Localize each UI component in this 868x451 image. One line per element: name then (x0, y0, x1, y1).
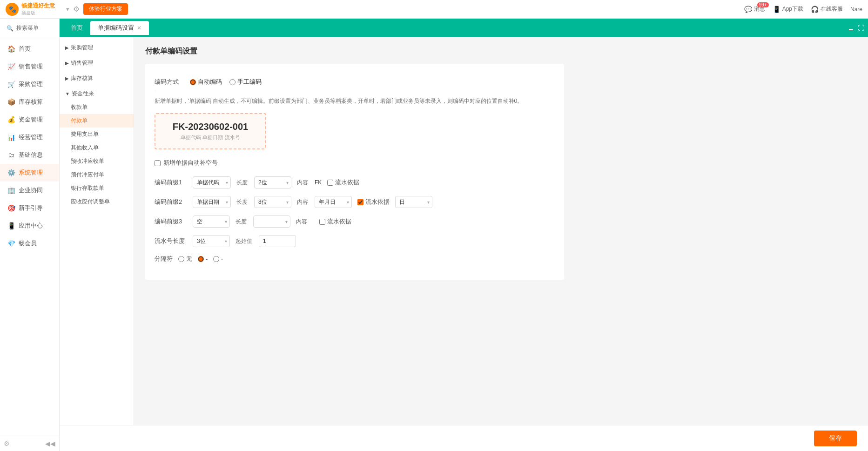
nav-group-purchase-header[interactable]: ▶ 采购管理 (60, 41, 134, 54)
sidebar-item-finance[interactable]: 💰 资金管理 (0, 111, 59, 128)
settings-footer-icon[interactable]: ⚙ (4, 440, 10, 447)
nav-item-prepay-offset2[interactable]: 预付冲应付单 (60, 168, 134, 182)
nav-item-receipt[interactable]: 收款单 (60, 101, 134, 114)
save-button[interactable]: 保存 (814, 431, 857, 446)
prefix2-length-wrapper: 8位 (254, 196, 291, 208)
prefix3-select-wrapper: 空 (193, 215, 230, 228)
username: Nare (850, 6, 862, 13)
nav-group-funds: ▼ 资金往来 收款单 付款单 费用支出单 其他收入单 预收冲应收单 预付冲应付单… (60, 87, 134, 209)
prefix3-length-wrapper (253, 215, 290, 228)
auto-fill-checkbox[interactable] (155, 160, 161, 166)
nav-group-funds-header[interactable]: ▼ 资金往来 (60, 87, 134, 101)
purchase-icon: 🛒 (7, 81, 15, 88)
sidebar-item-operations[interactable]: 📊 经营管理 (0, 128, 59, 146)
nav-item-other-income[interactable]: 其他收入单 (60, 141, 134, 155)
preview-box: FK-20230602-001 单据代码-单据日期-流水号 (155, 113, 266, 149)
prefix3-label: 编码前缀3 (155, 217, 187, 226)
prefix2-stream-checkbox[interactable]: 流水依据 (357, 198, 390, 206)
logo-text: 畅捷通好生意 插盘版 (21, 2, 55, 16)
prefix-row-2: 编码前缀2 单据日期 长度 8位 (155, 196, 555, 208)
member-icon: 💎 (7, 240, 15, 247)
prefix2-period-select[interactable]: 日 (395, 196, 432, 208)
serial-length-wrapper: 3位 (193, 235, 230, 247)
enterprise-icon: 🏢 (7, 187, 15, 194)
prefix3-stream-checkbox[interactable]: 流水依据 (319, 217, 351, 226)
message-btn[interactable]: 💬 消息 99+ (744, 5, 765, 13)
settings-card: 编码方式 自动编码 手工编码 (145, 64, 564, 280)
sidebar-item-guide[interactable]: 🎯 新手引导 (0, 199, 59, 217)
prefix2-length-select[interactable]: 8位 (254, 196, 291, 208)
separator-dot2[interactable]: · (213, 256, 223, 263)
encoding-type-row: 编码方式 自动编码 手工编码 (155, 73, 555, 91)
nav-item-expense[interactable]: 费用支出单 (60, 128, 134, 141)
prefix3-select[interactable]: 空 (193, 215, 230, 228)
nav-dropdown[interactable]: ▾ (66, 6, 69, 13)
prefix1-content: FK (315, 179, 322, 186)
separator-row: 分隔符 无 - (155, 255, 555, 263)
collapse-arrow-icon: ▶ (65, 76, 69, 81)
sidebar-item-purchase[interactable]: 🛒 采购管理 (0, 75, 59, 93)
tab-bar-right: 🗕 ⛶ (848, 24, 864, 32)
nav-group-inventory-header[interactable]: ▶ 库存核算 (60, 72, 134, 85)
system-icon: ⚙️ (7, 169, 15, 176)
prefix1-length-select[interactable]: 2位 (254, 176, 291, 188)
guide-icon: 🎯 (7, 204, 15, 212)
sidebar-item-member[interactable]: 💎 畅会员 (0, 235, 59, 252)
separator-none[interactable]: 无 (178, 255, 192, 263)
logo-icon: 🐾 (6, 3, 19, 16)
sidebar-search[interactable]: 🔍 搜索菜单 (0, 19, 59, 38)
preview-desc: 单据代码-单据日期-流水号 (165, 134, 256, 141)
online-service-btn[interactable]: 🎧 在线客服 (811, 5, 843, 13)
prefix1-select[interactable]: 单据代码 (193, 176, 231, 188)
preview-code: FK-20230602-001 (165, 121, 256, 132)
tab-serial-setting[interactable]: 单据编码设置 ✕ (90, 21, 149, 35)
tab-expand-icon[interactable]: ⛶ (858, 24, 864, 32)
tab-close-icon[interactable]: ✕ (137, 25, 141, 31)
auto-fill-checkbox-label[interactable]: 新增单据自动补空号 (155, 159, 218, 167)
sidebar-item-sales[interactable]: 📈 销售管理 (0, 58, 59, 75)
nav-group-sales-header[interactable]: ▶ 销售管理 (60, 56, 134, 70)
prefix2-content-select[interactable]: 年月日 (315, 196, 352, 208)
app-download-btn[interactable]: 📱 App下载 (773, 5, 803, 13)
tab-minimize-icon[interactable]: 🗕 (848, 24, 854, 32)
sidebar-item-enterprise[interactable]: 🏢 企业协同 (0, 182, 59, 199)
collapse-arrow-icon: ▶ (65, 45, 69, 50)
sidebar-footer: ⚙ ◀◀ (0, 436, 59, 451)
sidebar-item-system[interactable]: ⚙️ 系统管理 (0, 164, 59, 182)
industry-btn[interactable]: 体验行业方案 (83, 3, 128, 15)
content-wrapper: 付款单编码设置 编码方式 自动编码 (145, 47, 564, 280)
start-value-input[interactable] (259, 235, 296, 247)
separator-options: 无 - · (178, 255, 223, 263)
settings-icon[interactable]: ⚙ (73, 5, 80, 13)
prefix2-select-wrapper: 单据日期 (193, 196, 231, 208)
prefix3-length-select[interactable] (253, 215, 290, 228)
sidebar-item-apps[interactable]: 📱 应用中心 (0, 217, 59, 235)
sidebar-item-basic[interactable]: 🗂 基础信息 (0, 146, 59, 164)
nav-item-bank[interactable]: 银行存取款单 (60, 182, 134, 195)
serial-length-select[interactable]: 3位 (193, 235, 230, 247)
separator-dot[interactable]: - (198, 256, 208, 263)
header-left: 🐾 畅捷通好生意 插盘版 ▾ ⚙ 体验行业方案 (6, 2, 128, 16)
prefix2-period-wrapper: 日 (395, 196, 432, 208)
nav-item-prepay-offset[interactable]: 预收冲应收单 (60, 155, 134, 168)
manual-encoding-option[interactable]: 手工编码 (229, 78, 262, 86)
sidebar-item-home[interactable]: 🏠 首页 (0, 40, 59, 58)
prefix1-stream-checkbox[interactable]: 流水依据 (327, 178, 359, 187)
main-content: 付款单编码设置 编码方式 自动编码 (134, 37, 868, 425)
nav-item-payment[interactable]: 付款单 (60, 114, 134, 128)
tab-home[interactable]: 首页 (63, 21, 90, 35)
nav-group-purchase: ▶ 采购管理 (60, 41, 134, 54)
start-value-label: 起始值 (236, 237, 252, 245)
prefix2-select[interactable]: 单据日期 (193, 196, 231, 208)
page-title: 付款单编码设置 (145, 47, 564, 56)
sidebar-item-inventory[interactable]: 📦 库存核算 (0, 93, 59, 111)
prefix1-label: 编码前缀1 (155, 178, 187, 187)
collapse-icon[interactable]: ◀◀ (45, 440, 55, 447)
nav-group-sales: ▶ 销售管理 (60, 56, 134, 70)
search-menu-btn[interactable]: 🔍 搜索菜单 (4, 22, 55, 34)
nav-item-adjustment[interactable]: 应收应付调整单 (60, 195, 134, 209)
auto-fill-row: 新增单据自动补空号 (155, 159, 555, 167)
auto-encoding-option[interactable]: 自动编码 (190, 78, 222, 86)
sales-icon: 📈 (7, 63, 15, 70)
apps-icon: 📱 (7, 222, 15, 229)
